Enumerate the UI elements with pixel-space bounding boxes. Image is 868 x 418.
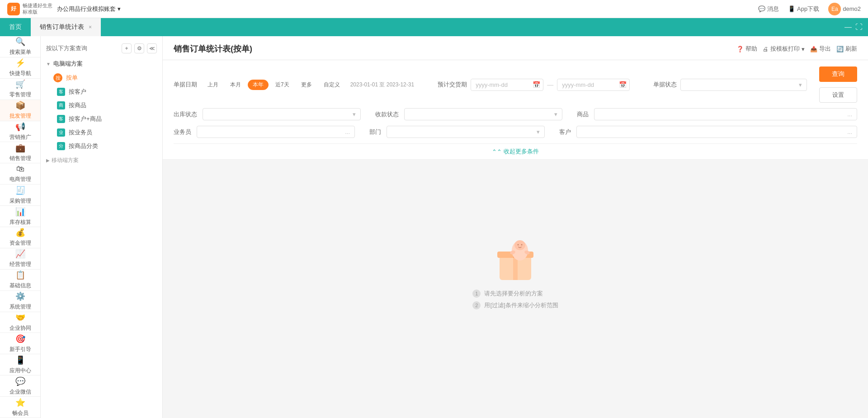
salesperson-dots[interactable]: ...: [345, 128, 350, 135]
pill-custom[interactable]: 自定义: [319, 80, 345, 90]
sidebar-item-enterprise[interactable]: 🤝 企业协同: [0, 312, 40, 333]
calendar-start-icon[interactable]: 📅: [530, 81, 543, 88]
svg-point-5: [514, 240, 525, 250]
sidebar-item-corpwx[interactable]: 💬 企业微信: [0, 375, 40, 397]
tab-home[interactable]: 首页: [0, 18, 31, 36]
mobile-solutions-header[interactable]: ▶ 移动端方案: [41, 153, 162, 166]
scheme-by-category[interactable]: 分 按商品分类: [44, 139, 162, 153]
logo-area: 好 畅捷通好生意 标准版: [7, 3, 52, 15]
filter-row-1: 单据日期 上月 本月 本年 近7天 更多 自定义 2023-01-01 至 20…: [174, 66, 857, 103]
search-icon: 🔍: [15, 37, 25, 47]
department-select[interactable]: ▾: [387, 126, 545, 138]
empty-illustration: [488, 233, 542, 282]
pill-more[interactable]: 更多: [296, 80, 317, 90]
sidebar-item-purchase[interactable]: 🧾 采购管理: [0, 185, 40, 206]
sidebar-item-wholesale[interactable]: 📦 批发管理: [0, 100, 40, 121]
empty-hints: 1 请先选择要分析的方案 2 用[过滤]条件来缩小分析范围: [472, 290, 558, 309]
filter-row-3: 业务员 ... 部门 ▾ 客户 ...: [174, 126, 857, 138]
sidebar-item-ecommerce[interactable]: 🛍 电商管理: [0, 163, 40, 185]
left-panel-actions: + ⚙ ≪: [122, 43, 157, 53]
gear-icon: ⚙: [137, 45, 142, 52]
plus-icon: +: [125, 45, 128, 52]
top-bar-right: 💬 消息 📱 App下载 Ea demo2: [758, 3, 861, 15]
left-panel-title: 按以下方案查询: [46, 44, 87, 52]
add-scheme-button[interactable]: +: [122, 43, 132, 53]
calendar-end-icon[interactable]: 📅: [616, 81, 629, 88]
delivery-status-select[interactable]: ▾: [203, 108, 361, 120]
user-menu[interactable]: Ea demo2: [828, 3, 861, 15]
pill-last-month[interactable]: 上月: [203, 80, 223, 90]
by-salesperson-icon: 业: [57, 128, 65, 137]
payment-status-select[interactable]: ▾: [404, 108, 562, 120]
status-select[interactable]: ▾: [680, 79, 807, 91]
newuser-icon: 🎯: [15, 334, 25, 344]
customer-dots[interactable]: ...: [847, 128, 852, 135]
department-label: 部门: [369, 128, 381, 136]
nav-tabs: 首页 销售订单统计表 × — ⛶: [0, 18, 868, 36]
settings-button[interactable]: 设置: [819, 87, 857, 103]
sidebar-item-search[interactable]: 🔍 搜索菜单: [0, 36, 40, 57]
sidebar-item-system[interactable]: ⚙️ 系统管理: [0, 291, 40, 312]
sidebar-item-newuser[interactable]: 🎯 新手引导: [0, 333, 40, 354]
goods-select[interactable]: ...: [594, 108, 857, 120]
collapse-filter-bar[interactable]: ⌃⌃ 收起更多条件: [174, 143, 857, 159]
sidebar-item-finance[interactable]: 💰 资金管理: [0, 227, 40, 248]
sidebar-item-base[interactable]: 📋 基础信息: [0, 270, 40, 291]
maximize-button[interactable]: ⛶: [855, 23, 863, 31]
refresh-button[interactable]: 🔄 刷新: [836, 45, 857, 53]
pill-this-month[interactable]: 本月: [225, 80, 246, 90]
scheme-by-product[interactable]: 商 按商品: [44, 99, 162, 112]
salesperson-select[interactable]: ...: [197, 126, 355, 138]
pill-this-year[interactable]: 本年: [248, 80, 269, 90]
customer-select[interactable]: ...: [576, 126, 857, 138]
pill-7days[interactable]: 近7天: [270, 80, 294, 90]
expected-delivery-start[interactable]: [471, 79, 530, 90]
avatar: Ea: [828, 3, 841, 15]
left-panel: 按以下方案查询 + ⚙ ≪ ▼ 电脑端方案: [41, 36, 163, 418]
sidebar-item-marketing[interactable]: 📢 营销推广: [0, 121, 40, 142]
pc-solutions-list: 按 按单 客 按客户 商 按商品 客 按客户+商品 业 按业务员: [41, 71, 162, 153]
tab-close-icon[interactable]: ×: [89, 24, 92, 30]
expected-delivery-end[interactable]: [557, 79, 616, 90]
filter-row-2: 出库状态 ▾ 收款状态 ▾ 商品 ...: [174, 108, 857, 120]
sidebar-item-inventory[interactable]: 📊 库存核算: [0, 206, 40, 227]
query-button[interactable]: 查询: [819, 66, 857, 82]
collapse-panel-button[interactable]: ≪: [147, 43, 157, 53]
sidebar-item-member[interactable]: ⭐ 畅会员: [0, 397, 40, 418]
minimize-button[interactable]: —: [844, 23, 852, 31]
enterprise-icon: 🤝: [15, 313, 25, 323]
pc-solutions-header[interactable]: ▼ 电脑端方案: [41, 57, 162, 71]
customer-label: 客户: [559, 128, 571, 136]
scheme-by-cust-prod[interactable]: 客 按客户+商品: [44, 112, 162, 126]
delivery-status-label: 出库状态: [174, 110, 197, 119]
sidebar-item-quick[interactable]: ⚡ 快捷导航: [0, 57, 40, 79]
hint-num-1: 1: [472, 290, 481, 298]
logo-text: 畅捷通好生意 标准版: [23, 3, 52, 14]
download-icon: 📱: [788, 5, 795, 12]
collapse-up-icon: ⌃⌃: [492, 148, 502, 155]
corpwx-icon: 💬: [15, 376, 25, 386]
print-chevron-icon: ▾: [802, 46, 805, 52]
sidebar-item-retail[interactable]: 🛒 零售管理: [0, 79, 40, 100]
empty-svg: [488, 233, 542, 282]
export-button[interactable]: 📤 导出: [810, 45, 831, 53]
status-label: 单据状态: [653, 81, 677, 89]
app-download-button[interactable]: 📱 App下载: [788, 5, 819, 13]
scheme-by-order[interactable]: 按 按单: [44, 71, 162, 85]
sidebar-item-operations[interactable]: 📈 经营管理: [0, 248, 40, 270]
collapse-icon: ≪: [149, 45, 155, 52]
sidebar: 🔍 搜索菜单 ⚡ 快捷导航 🛒 零售管理 📦 批发管理 📢 营销推广 💼 销售管…: [0, 36, 41, 418]
help-button[interactable]: ❓ 帮助: [736, 45, 757, 53]
app-selector[interactable]: 办公用品行业模拟账套 ▾: [57, 5, 121, 13]
logo-icon: 好: [7, 3, 20, 15]
goods-dots[interactable]: ...: [847, 111, 852, 118]
template-print-button[interactable]: 🖨 按模板打印 ▾: [763, 45, 805, 53]
scheme-by-salesperson[interactable]: 业 按业务员: [44, 126, 162, 139]
sidebar-item-appstore[interactable]: 📱 应用中心: [0, 354, 40, 375]
sidebar-item-sales[interactable]: 💼 销售管理: [0, 142, 40, 163]
scheme-by-customer[interactable]: 客 按客户: [44, 85, 162, 99]
message-button[interactable]: 💬 消息: [758, 5, 779, 13]
delivery-chevron-icon: ▾: [353, 111, 356, 118]
scheme-settings-button[interactable]: ⚙: [134, 43, 144, 53]
tab-sales-order-stats[interactable]: 销售订单统计表 ×: [31, 18, 101, 36]
